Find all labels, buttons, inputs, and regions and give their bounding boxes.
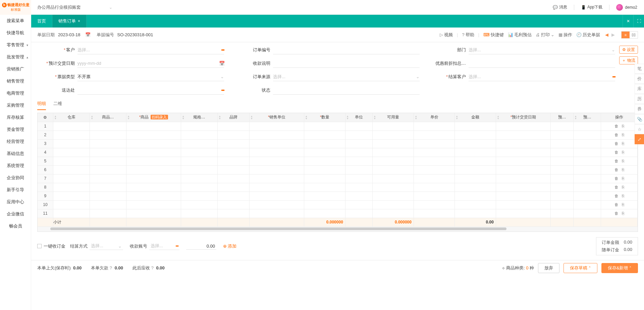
order-no-field[interactable] [273, 46, 420, 54]
col-qty[interactable]: ▴▾*数量 [304, 113, 345, 122]
copy-icon[interactable]: ⎘ [622, 194, 624, 198]
delete-icon[interactable]: 🗑 [614, 185, 619, 190]
receipt-account-field[interactable]: 选择...••• [149, 242, 179, 250]
calendar-icon[interactable]: 📅 [85, 32, 91, 37]
copy-icon[interactable]: ⎘ [622, 133, 624, 137]
invoice-type-field[interactable]: 不开票⌄ [77, 72, 224, 81]
detail-tab-detail[interactable]: 明细 [37, 101, 46, 110]
sidebar-system-mgmt[interactable]: 系统管理 [0, 160, 31, 172]
order-source-field[interactable]: 选择...⌄ [273, 72, 420, 81]
col-amount[interactable]: ▴▾金额 [455, 113, 496, 122]
customer-field[interactable]: 选择...••• [77, 46, 224, 54]
app-download-link[interactable]: 📱App下载 [581, 4, 602, 10]
sidebar-retail-mgmt[interactable]: 零售管理▾ [0, 39, 31, 51]
tab-home[interactable]: 首页 [31, 15, 52, 28]
rail-attachment-icon[interactable]: 📎 [635, 114, 644, 124]
horizontal-scrollbar[interactable] [38, 227, 638, 231]
settle-customer-field[interactable]: 选择...••• [469, 72, 615, 81]
sidebar-search-menu[interactable]: 搜索菜单 [0, 15, 31, 27]
help-link[interactable]: ?帮助 [462, 32, 474, 38]
col-pre1[interactable]: 预… [551, 113, 574, 122]
col-product-code[interactable]: ▴▾商品… [90, 113, 126, 122]
payment-amount-field[interactable]: 0.00 [186, 243, 216, 250]
table-row[interactable]: 2🗑⎘ [38, 131, 638, 139]
copy-icon[interactable]: ⎘ [622, 185, 624, 190]
settle-method-field[interactable]: 选择...⌄ [90, 242, 123, 250]
est-delivery-field[interactable]: yyyy-mm-dd📅 [77, 59, 224, 68]
status-field[interactable] [273, 86, 420, 95]
fullscreen-button[interactable]: ⛶ [633, 15, 644, 28]
bill-date-value[interactable]: 2023-03-18 [58, 32, 80, 37]
table-row[interactable]: 11🗑⎘ [38, 209, 638, 218]
sidebar-purchase-mgmt[interactable]: 采购管理 [0, 99, 31, 111]
delete-icon[interactable]: 🗑 [614, 133, 619, 137]
org-selector[interactable]: 办公用品行业模拟账套 [37, 4, 81, 10]
dept-field[interactable]: 选择...⌄ [469, 46, 615, 54]
delete-icon[interactable]: 🗑 [614, 211, 619, 216]
table-row[interactable]: 1🗑⎘ [38, 122, 638, 131]
delivery-field[interactable]: ••• [77, 86, 224, 95]
delete-icon[interactable]: 🗑 [614, 141, 619, 146]
video-link[interactable]: ▷视频 [440, 32, 453, 38]
delete-icon[interactable]: 🗑 [614, 159, 619, 163]
discard-button[interactable]: 放弃 [538, 263, 559, 273]
copy-icon[interactable]: ⎘ [622, 202, 624, 207]
copy-icon[interactable]: ⎘ [622, 141, 624, 146]
delete-icon[interactable]: 🗑 [614, 176, 619, 181]
sidebar-enterprise-wechat[interactable]: 企业微信 [0, 208, 31, 220]
table-row[interactable]: 8🗑⎘ [38, 183, 638, 192]
sidebar-newbie-guide[interactable]: 新手引导 [0, 184, 31, 196]
receipt-desc-field[interactable] [273, 59, 420, 68]
rail-expand-icon[interactable]: ⤢ [635, 134, 644, 144]
sidebar-quick-nav[interactable]: 快捷导航 [0, 27, 31, 39]
delete-icon[interactable]: 🗑 [614, 194, 619, 198]
col-warehouse[interactable]: ▴▾仓库 [53, 113, 90, 122]
pre-discount-field[interactable] [469, 59, 615, 68]
col-available[interactable]: ▴▾可用量 [373, 113, 414, 122]
sidebar-biz-mgmt[interactable]: 经营管理 [0, 136, 31, 148]
rail-price[interactable]: 价 [635, 74, 644, 84]
add-payment-button[interactable]: ⊕添加 [223, 243, 236, 249]
sidebar-ecommerce-mgmt[interactable]: 电商管理 [0, 87, 31, 99]
table-row[interactable]: 6🗑⎘ [38, 165, 638, 174]
rail-favorite-icon[interactable]: ☆ [635, 124, 644, 134]
sidebar-member[interactable]: 畅会员 [0, 220, 31, 232]
scan-entry-badge[interactable]: 扫码录入 [151, 115, 168, 119]
close-icon[interactable]: × [78, 19, 80, 23]
history-link[interactable]: 🕘历史单据 [576, 32, 600, 38]
user-menu[interactable]: demo2 [616, 4, 637, 11]
operate-link[interactable]: ▦操作 [558, 32, 572, 38]
sidebar-enterprise-collab[interactable]: 企业协同 [0, 172, 31, 184]
sidebar-inventory-check[interactable]: 库存核算 [0, 111, 31, 123]
delete-icon[interactable]: 🗑 [614, 150, 619, 155]
question-icon[interactable]: ? [110, 265, 112, 270]
copy-icon[interactable]: ⎘ [622, 211, 624, 216]
table-row[interactable]: 4🗑⎘ [38, 148, 638, 157]
col-unit[interactable]: ▴▾单位 [345, 113, 373, 122]
deposit-checkbox[interactable] [37, 244, 42, 248]
col-sale-unit[interactable]: ▴▾*销售单位 [249, 113, 304, 122]
table-row[interactable]: 5🗑⎘ [38, 157, 638, 165]
copy-icon[interactable]: ⎘ [622, 124, 624, 128]
sidebar-app-center[interactable]: 应用中心 [0, 196, 31, 208]
copy-icon[interactable]: ⎘ [622, 159, 624, 163]
lookup-icon[interactable]: ••• [221, 47, 224, 53]
shortcut-link[interactable]: ⌨快捷键 [483, 32, 504, 38]
col-pre2[interactable]: ▴▾预… [574, 113, 601, 122]
col-brand[interactable]: ▴▾品牌 [217, 113, 249, 122]
profit-est-link[interactable]: 📊毛利预估 [508, 32, 532, 38]
sidebar-wholesale-mgmt[interactable]: 批发管理▴ [0, 51, 31, 63]
sidebar-sales-mgmt[interactable]: 销售管理 [0, 75, 31, 87]
messages-link[interactable]: 💬消息 [553, 4, 567, 10]
table-row[interactable]: 3🗑⎘ [38, 139, 638, 148]
table-row[interactable]: 9🗑⎘ [38, 192, 638, 200]
copy-icon[interactable]: ⎘ [622, 167, 624, 172]
save-new-button[interactable]: 保存&新增 ˄ [601, 263, 638, 273]
col-est-delivery[interactable]: ▴▾*预计交货日期 [496, 113, 550, 122]
sidebar-basic-info[interactable]: 基础信息 [0, 148, 31, 160]
logistics-button[interactable]: ＋ 物流 [619, 56, 638, 64]
copy-icon[interactable]: ⎘ [622, 176, 624, 181]
settings-button[interactable]: ⚙ 设置 [619, 46, 638, 54]
save-draft-button[interactable]: 保存草稿 ˄ [564, 263, 597, 273]
col-price[interactable]: ▴▾单价 [414, 113, 455, 122]
